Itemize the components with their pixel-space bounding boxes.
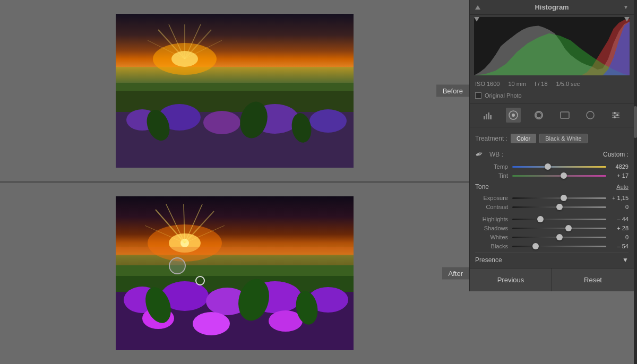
exposure-label: Exposure: [475, 195, 512, 201]
previous-button[interactable]: Previous: [470, 268, 552, 291]
svg-rect-58: [561, 112, 569, 118]
original-photo-label: Original Photo: [485, 92, 522, 99]
original-photo-row[interactable]: Original Photo: [470, 90, 634, 103]
reset-button[interactable]: Reset: [552, 268, 634, 291]
presence-label: Presence ▼: [475, 253, 629, 264]
svg-point-64: [616, 114, 618, 116]
blacks-slider-track[interactable]: [512, 246, 606, 247]
exposure-slider-track[interactable]: [512, 197, 606, 199]
highlights-value: – 44: [606, 216, 629, 222]
original-photo-checkbox[interactable]: [475, 92, 481, 99]
blacks-label: Blacks: [475, 243, 512, 249]
temp-value: 4829: [606, 163, 629, 170]
contrast-label: Contrast: [475, 204, 512, 210]
contrast-slider-row: Contrast 0: [475, 204, 629, 210]
panel-scrollbar-thumb[interactable]: [634, 106, 637, 138]
contrast-slider-thumb[interactable]: [556, 204, 563, 210]
blacks-value: – 54: [606, 243, 629, 249]
before-label[interactable]: Before: [436, 85, 469, 97]
bw-treatment-button[interactable]: Black & White: [539, 134, 587, 143]
before-photo: [116, 14, 354, 168]
radial-icon-svg: [508, 110, 519, 120]
temp-slider-thumb[interactable]: [545, 163, 551, 170]
tint-slider-track[interactable]: [512, 175, 606, 177]
bottom-bar: Previous Reset: [470, 268, 634, 291]
exposure-slider-thumb[interactable]: [561, 195, 567, 201]
whites-value: 0: [606, 234, 629, 240]
tools-row: [470, 103, 634, 127]
basic-panel-icon[interactable]: [608, 108, 623, 123]
shadows-slider-track[interactable]: [512, 228, 606, 229]
before-section: Before: [0, 0, 469, 181]
tone-label: Tone: [475, 183, 489, 190]
radial-filter-icon[interactable]: [506, 108, 521, 123]
contrast-value: 0: [606, 204, 629, 210]
histogram-chevron-icon[interactable]: ▼: [623, 4, 629, 10]
contrast-slider-track[interactable]: [512, 206, 606, 208]
svg-rect-51: [486, 114, 487, 119]
right-panel: Histogram ▼ ISO 1600: [469, 0, 634, 291]
after-photo: [116, 196, 354, 350]
svg-rect-32: [116, 247, 354, 268]
histogram-tool-icon[interactable]: [480, 108, 495, 123]
panel-scrollbar[interactable]: [634, 0, 637, 364]
shadows-slider-thumb[interactable]: [565, 225, 572, 231]
svg-point-55: [512, 114, 515, 117]
spot-removal-icon[interactable]: [583, 108, 598, 123]
svg-rect-53: [490, 115, 492, 119]
treatment-row: Treatment : Color Black & White: [475, 132, 629, 143]
before-image: [116, 14, 354, 168]
graduated-filter-icon[interactable]: [557, 108, 572, 123]
whites-label: Whites: [475, 234, 512, 240]
iso-value: ISO 1600: [475, 81, 500, 87]
eyedropper-icon[interactable]: ✒: [474, 148, 485, 161]
temp-label: Temp: [475, 163, 512, 170]
svg-point-65: [614, 116, 616, 118]
treatment-label: Treatment :: [475, 135, 507, 142]
svg-rect-11: [116, 91, 354, 112]
tone-section-header: Tone Auto: [475, 183, 629, 190]
tint-value: + 17: [606, 172, 629, 179]
svg-point-17: [309, 109, 347, 133]
exposure-value: + 1,15: [606, 195, 629, 201]
after-label[interactable]: After: [442, 267, 469, 280]
after-section: After: [0, 183, 469, 364]
whites-slider-thumb[interactable]: [556, 234, 563, 240]
adjustment-brush-icon[interactable]: [531, 108, 546, 123]
adjustment-brush-inner[interactable]: [195, 276, 205, 285]
shutter-speed: 1/5.0 sec: [556, 81, 580, 87]
sliders-icon-svg: [610, 110, 621, 120]
temp-slider-row: Temp 4829: [475, 163, 629, 170]
svg-rect-52: [488, 112, 489, 119]
rect-icon-svg: [559, 110, 570, 120]
wb-row: ✒ WB : Custom :: [475, 149, 629, 160]
tint-slider-row: Tint + 17: [475, 172, 629, 179]
tint-label: Tint: [475, 172, 512, 179]
exposure-slider-row: Exposure + 1,15: [475, 195, 629, 201]
tone-auto-button[interactable]: Auto: [616, 184, 629, 190]
color-treatment-button[interactable]: Color: [511, 134, 536, 143]
highlights-slider-thumb[interactable]: [537, 216, 544, 222]
histogram-icon-svg: [483, 110, 493, 120]
adjustment-brush-outer[interactable]: [169, 257, 186, 274]
shadows-label: Shadows: [475, 225, 512, 231]
main-area: Before: [0, 0, 469, 364]
whites-slider-track[interactable]: [512, 237, 606, 238]
highlights-slider-track[interactable]: [512, 219, 606, 220]
histogram-svg: [474, 17, 630, 75]
after-photo-svg: [116, 196, 354, 350]
focal-length: 10 mm: [508, 81, 526, 87]
brush-icon-svg: [533, 110, 544, 120]
svg-point-15: [203, 111, 240, 134]
tint-slider-thumb[interactable]: [561, 172, 567, 179]
after-image: [116, 196, 354, 350]
wb-value[interactable]: Custom :: [603, 151, 629, 158]
histogram-header: Histogram ▼: [470, 0, 634, 15]
temp-slider-track[interactable]: [512, 166, 606, 168]
histogram-canvas: [474, 17, 630, 75]
histogram-collapse-icon: [475, 5, 480, 10]
blacks-slider-thumb[interactable]: [532, 243, 539, 249]
svg-point-42: [193, 312, 230, 335]
presence-chevron-icon: ▼: [622, 256, 629, 264]
wb-section: ✒ WB : Custom : Temp 4829 Tint: [475, 149, 629, 179]
